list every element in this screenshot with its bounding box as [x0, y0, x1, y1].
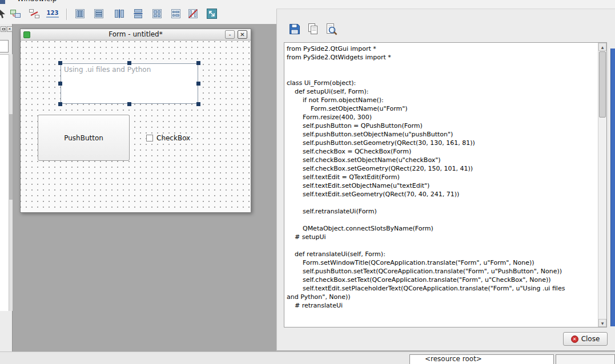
textedit-placeholder: Using .ui files and Python [64, 66, 151, 74]
layout-horizontal-splitter-button[interactable] [112, 6, 127, 21]
layout-horizontal-icon [74, 7, 86, 20]
close-icon: ✕ [8, 27, 11, 31]
edit-widgets-icon [0, 7, 8, 20]
widget-filter-input[interactable] [0, 40, 9, 52]
layout-grid-icon [151, 7, 163, 20]
close-button[interactable]: ✕ [238, 30, 247, 39]
form-window[interactable]: Form - untitled* - ✕ Using .ui files and… [20, 29, 251, 213]
edit-buddies-button[interactable] [27, 6, 42, 21]
widget-box-panel: ✕ [0, 24, 13, 351]
qt-designer-screen: Window Help 123 [0, 0, 615, 364]
find-button[interactable] [324, 22, 339, 37]
form-canvas[interactable]: Using .ui files and Python PushButton Ch… [21, 41, 251, 212]
break-layout-button[interactable] [186, 6, 200, 21]
scroll-up-arrow[interactable]: ▲ [598, 43, 606, 51]
code-preview-dialog: from PySide2.QtGui import * from PySide2… [276, 9, 615, 351]
form-window-titlebar[interactable]: Form - untitled* - ✕ [21, 29, 251, 41]
menu-help[interactable]: Help [41, 0, 57, 3]
layout-form-button[interactable] [168, 6, 183, 21]
layout-vertical-button[interactable] [91, 6, 106, 21]
code-text[interactable]: from PySide2.QtGui import * from PySide2… [284, 43, 598, 327]
save-button[interactable] [287, 22, 302, 37]
layout-vertical-icon [93, 7, 105, 20]
widget-list[interactable] [0, 54, 9, 311]
selection-handle-top-left[interactable] [58, 61, 62, 65]
selection-handle-top-right[interactable] [196, 61, 200, 65]
dock-float-button[interactable] [1, 26, 6, 32]
minimize-button[interactable]: - [225, 30, 235, 39]
background-window-sliver [610, 48, 615, 326]
scroll-down-arrow[interactable]: ▼ [598, 319, 606, 327]
selection-handle-mid-left[interactable] [58, 82, 62, 86]
layout-vertical-splitter-icon [132, 7, 144, 20]
selection-handle-bottom-left[interactable] [58, 102, 62, 106]
pushbutton-widget[interactable]: PushButton [38, 115, 130, 161]
pushbutton-label: PushButton [64, 134, 103, 142]
resource-browser[interactable]: <resource root> [409, 354, 554, 364]
break-layout-icon [187, 7, 199, 20]
checkbox-indicator[interactable] [146, 135, 153, 141]
selection-handle-bottom-mid[interactable] [127, 102, 131, 106]
adjust-size-icon [205, 7, 219, 21]
layout-grid-button[interactable] [150, 6, 164, 21]
checkbox-label: CheckBox [156, 134, 190, 142]
dock-close-button[interactable]: ✕ [7, 26, 13, 32]
form-window-title: Form - untitled* [21, 30, 251, 38]
save-icon [288, 22, 302, 36]
textedit-widget[interactable]: Using .ui files and Python [61, 63, 198, 104]
adjust-size-button[interactable] [204, 6, 219, 21]
scrollbar-thumb[interactable] [599, 51, 606, 118]
bottom-panel: <resource root> [0, 351, 615, 364]
close-button-label: Close [581, 335, 600, 343]
edit-tab-order-icon: 123 [46, 10, 59, 18]
code-view[interactable]: from PySide2.QtGui import * from PySide2… [284, 42, 607, 327]
layout-horizontal-button[interactable] [73, 6, 87, 21]
find-icon [324, 22, 338, 36]
menubar: Window Help [0, 0, 615, 4]
edit-signals-slots-button[interactable] [8, 6, 23, 21]
float-icon [2, 28, 5, 30]
resource-side-panel [556, 354, 615, 364]
widget-list-scrollbar[interactable] [9, 54, 13, 311]
layout-vertical-splitter-button[interactable] [131, 6, 146, 21]
selection-handle-mid-right[interactable] [196, 82, 200, 86]
edit-signals-slots-icon [9, 7, 22, 20]
copy-icon [306, 22, 320, 36]
close-circle-icon: ✕ [571, 335, 578, 343]
selection-handle-top-mid[interactable] [127, 61, 131, 65]
code-scrollbar[interactable]: ▲ ▼ [598, 43, 606, 327]
layout-horizontal-splitter-icon [113, 7, 126, 20]
resource-root-item[interactable]: <resource root> [425, 355, 482, 363]
app-icon [0, 0, 5, 4]
menu-window[interactable]: Window [17, 0, 44, 3]
selection-handle-bottom-right[interactable] [196, 102, 200, 106]
dialog-close-button[interactable]: ✕ Close [563, 332, 608, 346]
layout-form-icon [170, 7, 182, 20]
checkbox-widget[interactable]: CheckBox [146, 126, 204, 149]
copy-button[interactable] [306, 22, 320, 37]
edit-tab-order-button[interactable]: 123 [45, 6, 60, 21]
edit-buddies-icon [28, 7, 41, 20]
toolbar-separator [66, 9, 67, 20]
